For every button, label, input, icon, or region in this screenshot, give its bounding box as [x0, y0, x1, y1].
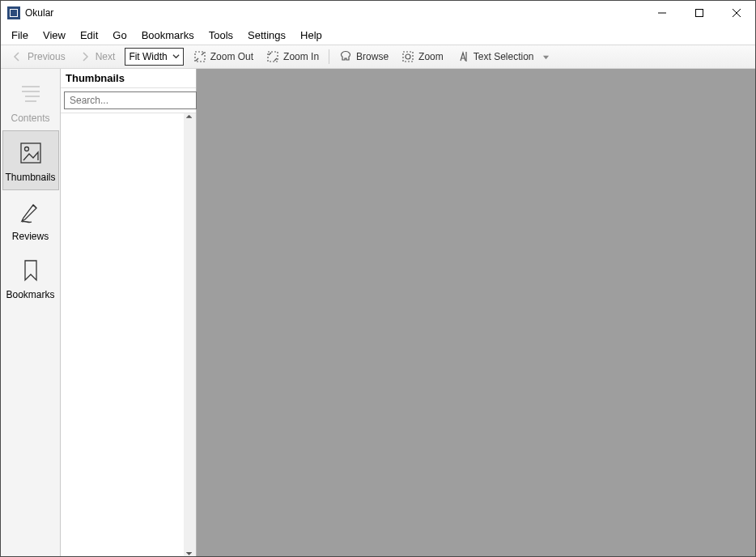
zoom-mode-value: Fit Width — [129, 51, 167, 62]
sidebar-tab-contents-label: Contents — [11, 113, 49, 124]
chevron-down-icon — [172, 51, 180, 62]
close-button[interactable] — [718, 1, 755, 25]
zoom-out-label: Zoom Out — [210, 51, 253, 62]
svg-marker-9 — [542, 56, 548, 60]
text-selection-label: Text Selection — [474, 51, 534, 62]
menu-file[interactable]: File — [4, 27, 36, 44]
body: Contents Thumbnails Reviews Bookmarks — [1, 69, 755, 556]
thumbnails-scrollbar[interactable] — [184, 113, 196, 556]
sidebar-tab-bookmarks-label: Bookmarks — [6, 289, 54, 300]
thumbnails-icon — [17, 139, 45, 167]
svg-line-16 — [33, 205, 36, 208]
thumbnails-search-row — [61, 88, 196, 113]
text-selection-button[interactable]: Text Selection — [450, 49, 541, 65]
sidebar-tab-thumbnails[interactable]: Thumbnails — [2, 130, 59, 190]
maximize-button[interactable] — [681, 1, 718, 25]
next-button[interactable]: Next — [72, 49, 122, 65]
browse-label: Browse — [356, 51, 389, 62]
sidebar-tab-reviews[interactable]: Reviews — [2, 190, 59, 249]
sidebar-tab-reviews-label: Reviews — [12, 231, 49, 242]
titlebar: Okular — [1, 1, 755, 25]
zoom-in-label: Zoom In — [283, 51, 319, 62]
browse-button[interactable]: Browse — [333, 49, 395, 65]
zoom-in-button[interactable]: Zoom In — [260, 49, 325, 65]
thumbnails-search-input[interactable] — [64, 91, 197, 109]
toolbar: Previous Next Fit Width Zoom Out Zoom In… — [1, 45, 755, 69]
zoom-tool-label: Zoom — [418, 51, 444, 62]
menu-edit[interactable]: Edit — [73, 27, 105, 44]
thumbnails-panel: Thumbnails — [61, 69, 197, 556]
thumbnails-panel-title: Thumbnails — [61, 69, 196, 88]
menu-settings[interactable]: Settings — [240, 27, 293, 44]
svg-point-7 — [406, 54, 410, 59]
thumbnails-list — [61, 113, 196, 556]
text-selection-dropdown[interactable] — [542, 49, 550, 64]
app-icon — [7, 6, 20, 19]
reviews-icon — [17, 198, 45, 226]
zoom-mode-select[interactable]: Fit Width — [125, 48, 183, 66]
menu-tools[interactable]: Tools — [202, 27, 240, 44]
sidebar-tab-bookmarks[interactable]: Bookmarks — [2, 249, 59, 307]
zoom-out-button[interactable]: Zoom Out — [187, 49, 260, 65]
svg-rect-6 — [403, 52, 413, 62]
menu-view[interactable]: View — [36, 27, 73, 44]
svg-point-15 — [24, 147, 28, 151]
sidebar-tab-thumbnails-label: Thumbnails — [5, 172, 55, 183]
menubar: File View Edit Go Bookmarks Tools Settin… — [1, 25, 755, 45]
bookmarks-icon — [17, 257, 45, 284]
previous-button[interactable]: Previous — [4, 49, 72, 65]
separator — [329, 49, 329, 64]
contents-icon — [17, 80, 45, 108]
side-tabs: Contents Thumbnails Reviews Bookmarks — [1, 69, 61, 556]
menu-go[interactable]: Go — [105, 27, 134, 44]
svg-rect-1 — [696, 10, 703, 17]
minimize-button[interactable] — [643, 1, 681, 25]
next-label: Next — [96, 51, 116, 62]
zoom-tool-button[interactable]: Zoom — [395, 49, 450, 65]
previous-label: Previous — [28, 51, 66, 62]
menu-help[interactable]: Help — [293, 27, 329, 44]
sidebar-tab-contents[interactable]: Contents — [2, 72, 59, 130]
svg-rect-5 — [268, 52, 278, 62]
document-viewer[interactable] — [197, 69, 755, 556]
menu-bookmarks[interactable]: Bookmarks — [134, 27, 202, 44]
window-title: Okular — [25, 7, 53, 19]
